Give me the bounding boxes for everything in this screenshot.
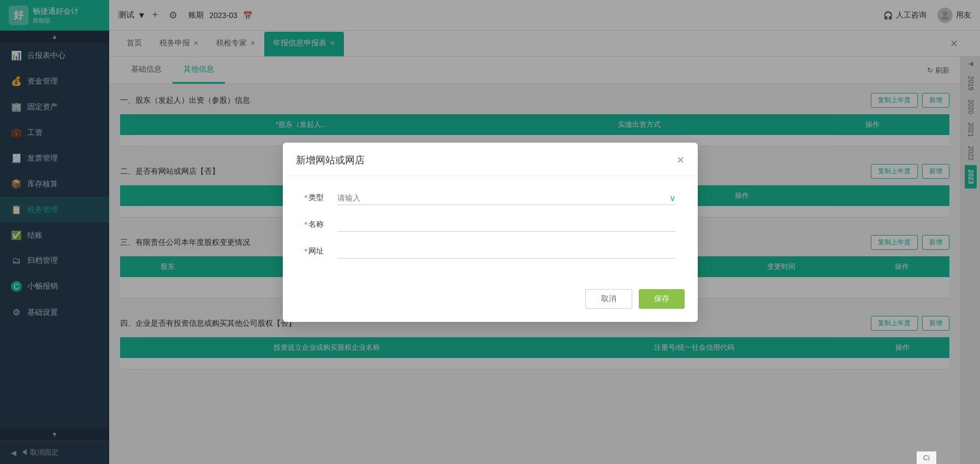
save-button[interactable]: 保存 [639,289,685,309]
form-row-type: * 类型 ∨ [305,191,676,205]
name-label: * 名称 [305,220,337,230]
url-input[interactable] [337,245,676,259]
url-label: * 网址 [305,246,337,256]
modal-body: * 类型 ∨ * 名称 * [283,176,698,283]
ci-text: Ci [917,451,936,464]
type-label: * 类型 [305,193,337,203]
modal-header: 新增网站或网店 ✕ [283,143,698,176]
form-row-url: * 网址 [305,245,676,259]
modal-footer: 取消 保存 [283,283,698,322]
type-input[interactable] [337,191,676,205]
name-input-wrap [337,218,676,232]
cancel-button[interactable]: 取消 [585,289,632,309]
add-website-modal: 新增网站或网店 ✕ * 类型 ∨ * 名称 [283,143,698,322]
type-input-wrap: ∨ [337,191,676,205]
url-input-wrap [337,245,676,259]
modal-close-button[interactable]: ✕ [676,154,685,166]
form-row-name: * 名称 [305,218,676,232]
modal-title: 新增网站或网店 [296,154,365,167]
modal-overlay[interactable]: 新增网站或网店 ✕ * 类型 ∨ * 名称 [0,0,980,464]
name-input[interactable] [337,218,676,232]
